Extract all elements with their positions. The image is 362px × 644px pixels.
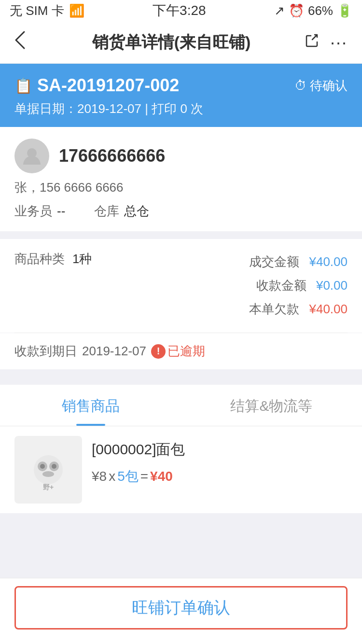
customer-meta: 业务员 -- 仓库 总仓 (14, 203, 348, 220)
product-type-label: 商品种类 (14, 251, 65, 267)
tabs-row: 销售商品 结算&物流等 (0, 385, 362, 426)
product-info: [0000002]面包 ¥8 x 5包 = ¥40 (92, 436, 348, 486)
battery-icon: 🔋 (337, 3, 352, 18)
multiply-symbol: x (109, 469, 115, 484)
nav-bar: 销货单详情(来自旺铺) ··· (0, 21, 362, 64)
product-price-row: ¥8 x 5包 = ¥40 (92, 467, 348, 486)
back-button[interactable] (14, 31, 43, 54)
balance-label: 本单欠款 (249, 298, 299, 321)
received-amount-row: 收款金额 ¥0.00 (249, 274, 348, 297)
salesperson-value: -- (57, 204, 65, 219)
order-id: 📋 SA-20191207-002 (14, 75, 179, 96)
svg-point-1 (34, 455, 63, 484)
balance-value: ¥40.00 (309, 298, 348, 321)
salesperson-label: 业务员 (14, 203, 52, 220)
product-thumbnail: 野+ (14, 436, 82, 504)
product-qty: 5包 (117, 467, 139, 486)
salesperson-item: 业务员 -- (14, 203, 65, 220)
status-bar: 无 SIM 卡 📶 下午3:28 ↗ ⏰ 66% 🔋 (0, 0, 362, 21)
alarm-icon: ⏰ (289, 3, 304, 18)
customer-phone: 17666666666 (59, 146, 165, 166)
amount-right: 成交金额 ¥40.00 收款金额 ¥0.00 本单欠款 ¥40.00 (249, 251, 348, 321)
equals-symbol: = (140, 469, 148, 484)
svg-point-6 (42, 471, 54, 477)
order-header-card: 📋 SA-20191207-002 ⏱ 待确认 单据日期：2019-12-07 … (0, 64, 362, 127)
overdue-badge: ! 已逾期 (151, 343, 205, 360)
divider-2 (0, 369, 362, 377)
svg-text:野+: 野+ (43, 483, 54, 491)
deal-amount-label: 成交金额 (249, 251, 299, 273)
page-title: 销货单详情(来自旺铺) (43, 31, 299, 54)
status-right: ↗ ⏰ 66% 🔋 (274, 3, 352, 18)
product-price: ¥8 (92, 469, 107, 484)
location-icon: ↗ (274, 3, 285, 18)
carrier-label: 无 SIM 卡 (10, 2, 64, 19)
share-button[interactable] (304, 32, 320, 52)
due-date-section: 收款到期日 2019-12-07 ! 已逾期 (0, 333, 362, 369)
amount-section: 商品种类 1种 成交金额 ¥40.00 收款金额 ¥0.00 本单欠款 ¥40.… (0, 239, 362, 333)
tabs-section: 销售商品 结算&物流等 (0, 385, 362, 426)
product-thumb-icon: 野+ (27, 448, 70, 491)
product-total: ¥40 (150, 469, 173, 484)
product-name: [0000002]面包 (92, 440, 348, 460)
amount-left: 商品种类 1种 (14, 251, 92, 267)
clock-icon: ⏱ (294, 78, 307, 93)
overdue-text: 已逾期 (167, 343, 205, 360)
battery-label: 66% (308, 3, 333, 18)
status-left: 无 SIM 卡 📶 (10, 2, 84, 19)
bottom-button-container: 旺铺订单确认 (0, 578, 362, 644)
received-value: ¥0.00 (316, 274, 348, 297)
overdue-icon: ! (151, 344, 166, 359)
product-type-value: 1种 (72, 251, 92, 267)
tab-settlement-logistics[interactable]: 结算&物流等 (181, 385, 362, 426)
due-date-value: 2019-12-07 (82, 344, 146, 359)
tab-sales-products[interactable]: 销售商品 (0, 385, 181, 426)
confirm-order-button[interactable]: 旺铺订单确认 (14, 586, 348, 630)
warehouse-value: 总仓 (124, 203, 149, 220)
svg-point-5 (52, 464, 56, 469)
received-label: 收款金额 (256, 274, 306, 297)
more-button[interactable]: ··· (330, 32, 348, 53)
product-type-row: 商品种类 1种 (14, 251, 92, 267)
order-icon: 📋 (14, 77, 32, 94)
nav-actions: ··· (299, 32, 348, 53)
product-item: 野+ [0000002]面包 ¥8 x 5包 = ¥40 (14, 436, 348, 504)
customer-avatar (14, 139, 49, 173)
divider-1 (0, 231, 362, 239)
deal-amount-row: 成交金额 ¥40.00 (249, 251, 348, 273)
product-section: 野+ [0000002]面包 ¥8 x 5包 = ¥40 (0, 426, 362, 513)
order-date: 单据日期：2019-12-07 | 打印 0 次 (14, 100, 348, 117)
customer-section: 17666666666 张，156 6666 6666 业务员 -- 仓库 总仓 (0, 127, 362, 231)
warehouse-item: 仓库 总仓 (94, 203, 149, 220)
balance-row: 本单欠款 ¥40.00 (249, 298, 348, 321)
warehouse-label: 仓库 (94, 203, 119, 220)
deal-amount-value: ¥40.00 (309, 251, 348, 273)
customer-name: 张，156 6666 6666 (14, 179, 348, 196)
wifi-icon: 📶 (69, 3, 84, 18)
order-status: ⏱ 待确认 (294, 77, 348, 94)
time-label: 下午3:28 (153, 1, 206, 20)
due-date-label: 收款到期日 (14, 343, 77, 360)
svg-point-4 (40, 464, 45, 469)
